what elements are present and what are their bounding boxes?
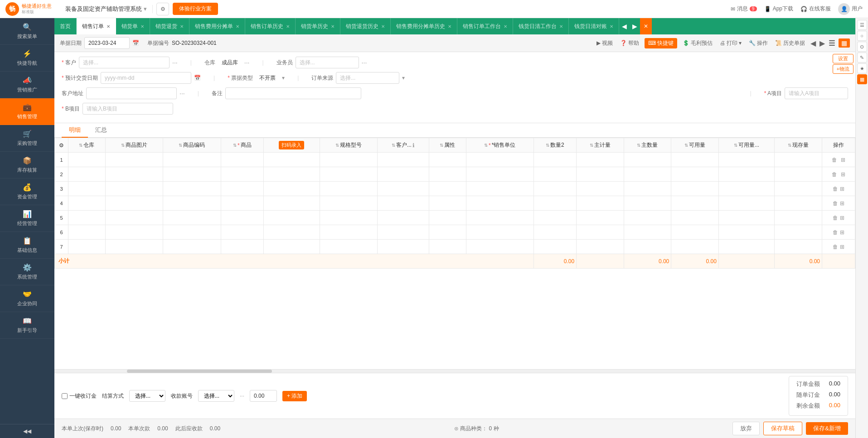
cell-code-2[interactable] (163, 167, 221, 182)
mini-btn-edit[interactable]: ✎ (857, 53, 867, 63)
cell-code-1[interactable] (163, 153, 221, 167)
cell-unit-1[interactable] (466, 153, 533, 167)
note-input[interactable] (225, 87, 361, 99)
system-title-arrow[interactable]: ▾ (144, 5, 147, 12)
th-gear[interactable]: ⚙ (55, 138, 68, 153)
industry-btn[interactable]: 体验行业方案 (173, 3, 218, 15)
delivery-date-input[interactable] (101, 72, 191, 84)
account-expand[interactable]: ··· (240, 393, 244, 399)
history-btn[interactable]: 📜 历史单据 (773, 39, 807, 48)
th-current-stock[interactable]: ⇅现存量 (775, 138, 822, 153)
th-available-more[interactable]: ⇅可用量... (718, 138, 775, 153)
th-sales-unit[interactable]: ⇅**销售单位 (466, 138, 533, 153)
product-count-icon[interactable]: ⊙ (454, 425, 459, 432)
order-source-dropdown[interactable]: ▾ (402, 75, 405, 81)
copy-icon-4[interactable]: ⊞ (840, 200, 844, 207)
th-main-unit[interactable]: ⇅主计量 (577, 138, 624, 153)
copy-icon-5[interactable]: ⊞ (840, 215, 844, 221)
th-spec-type[interactable]: ⇅规格型号 (320, 138, 377, 153)
cell-product-2[interactable] (221, 167, 263, 182)
cell-main-qty-2[interactable] (624, 167, 671, 182)
add-material-btn[interactable]: +物流 (833, 64, 853, 74)
tab-sales-order[interactable]: 销售订单 ✕ (77, 18, 116, 34)
tab-close-sales-return-history[interactable]: ✕ (381, 24, 385, 29)
cell-spec-2[interactable] (320, 167, 377, 182)
tab-cash-daily-workbench[interactable]: 钱货日清工作台 ✕ (513, 18, 569, 34)
copy-icon-7[interactable]: ⊞ (840, 244, 844, 250)
user-btn[interactable]: 👤 用户 (838, 3, 863, 15)
th-product-code[interactable]: ⇅商品编码 (163, 138, 221, 153)
th-customer-note[interactable]: ⇅客户...ℹ (377, 138, 429, 153)
delete-icon-5[interactable]: 🗑 (833, 215, 838, 221)
tab-cash-reconcile[interactable]: 钱货日清对账 ✕ (569, 18, 619, 34)
scan-btn[interactable]: 扫码录入 (279, 141, 304, 149)
tab-close-sales-expense-split[interactable]: ✕ (236, 24, 239, 29)
cal-icon[interactable]: 📅 (194, 75, 201, 81)
tab-close-sales-expense-history[interactable]: ✕ (448, 24, 451, 29)
list-view-btn[interactable]: ☰ (829, 39, 835, 48)
mini-btn-list[interactable]: ☰ (857, 20, 867, 30)
operation-btn[interactable]: 🔧 操作 (747, 39, 770, 48)
save-new-btn[interactable]: 保存&新增 (806, 422, 848, 435)
help-btn[interactable]: ❓ 帮助 (618, 39, 641, 48)
th-product[interactable]: ⇅*商品 (221, 138, 263, 153)
cell-main-qty-1[interactable] (624, 153, 671, 167)
th-warehouse[interactable]: ⇅仓库 (68, 138, 106, 153)
tab-close-sales-order-workbench[interactable]: ✕ (504, 24, 507, 29)
delete-icon-6[interactable]: 🗑 (833, 229, 838, 236)
cell-unit-2[interactable] (466, 167, 533, 182)
tab-more-btn[interactable]: ✕ (640, 18, 652, 34)
sidebar-item-enterprise[interactable]: 🤝 企业协同 (0, 285, 54, 312)
cell-customer-2[interactable] (377, 167, 429, 182)
tab-prev-btn[interactable]: ◀ (619, 18, 630, 34)
sidebar-item-base-info[interactable]: 📋 基础信息 (0, 232, 54, 259)
tab-sales-expense-split[interactable]: 销售费用分摊单 ✕ (189, 18, 245, 34)
delete-icon-2[interactable]: 🗑 (832, 171, 837, 178)
mini-btn-star[interactable]: ★ (857, 63, 867, 73)
cell-attr-2[interactable] (429, 167, 466, 182)
info-icon[interactable]: ℹ (412, 142, 415, 149)
tab-summary[interactable]: 汇总 (88, 123, 114, 138)
warehouse-expand[interactable]: ··· (244, 59, 250, 66)
cell-qty2-2[interactable] (533, 167, 576, 182)
sidebar-item-quick-nav[interactable]: ⚡ 快捷导航 (0, 45, 54, 72)
prev-record-btn[interactable]: ◀ (810, 39, 816, 48)
amount-input[interactable] (250, 390, 277, 402)
mini-btn-dot-circle[interactable]: ⊙ (857, 42, 867, 52)
tab-close-sales-credit[interactable]: ✕ (141, 24, 144, 29)
add-btn[interactable]: + 添加 (282, 391, 307, 401)
delete-icon-4[interactable]: 🗑 (833, 200, 838, 207)
tab-sales-order-workbench[interactable]: 销售订单工作台 ✕ (457, 18, 513, 34)
b-project-input[interactable] (82, 103, 173, 115)
card-view-btn[interactable]: ▦ (839, 39, 850, 48)
tab-close-sales-order-history[interactable]: ✕ (286, 24, 290, 29)
view-btn[interactable]: ▶ 视频 (595, 39, 615, 48)
sidebar-collapse-btn[interactable]: ◀◀ (0, 424, 54, 438)
customer-expand[interactable]: ··· (172, 59, 178, 66)
order-source-input[interactable] (336, 72, 399, 84)
delete-icon-3[interactable]: 🗑 (833, 186, 838, 192)
salesperson-input[interactable] (296, 57, 359, 68)
sidebar-item-operations[interactable]: 📊 经营管理 (0, 205, 54, 232)
calendar-icon[interactable]: 📅 (132, 40, 139, 46)
cell-product-1[interactable] (221, 153, 263, 167)
sidebar-item-inventory[interactable]: 📦 库存核算 (0, 152, 54, 178)
tab-close-sales-order[interactable]: ✕ (107, 24, 110, 29)
payment-method-select[interactable]: 选择... (129, 390, 165, 402)
sidebar-item-finance[interactable]: 💰 资金管理 (0, 178, 54, 205)
cell-attr-1[interactable] (429, 153, 466, 167)
address-input[interactable] (86, 87, 177, 99)
tab-sales-expense-history[interactable]: 销售费用分摊单历史 ✕ (391, 18, 457, 34)
cell-customer-1[interactable] (377, 153, 429, 167)
th-product-image[interactable]: ⇅商品图片 (105, 138, 163, 153)
next-record-btn[interactable]: ▶ (820, 39, 825, 48)
print-btn[interactable]: 🖨 打印 ▾ (718, 39, 743, 48)
tab-close-cash-daily-workbench[interactable]: ✕ (559, 24, 563, 29)
tab-close-cash-reconcile[interactable]: ✕ (610, 24, 613, 29)
shortcut-btn[interactable]: ⌨ 快捷键 (645, 38, 677, 48)
cell-qty2-1[interactable] (533, 153, 576, 167)
copy-icon-2[interactable]: ⊞ (841, 171, 845, 178)
scrollbar-thumb[interactable] (127, 370, 272, 373)
sidebar-item-search[interactable]: 🔍 搜索菜单 (0, 18, 54, 45)
online-service-btn[interactable]: 🎧 在线客服 (800, 5, 831, 13)
